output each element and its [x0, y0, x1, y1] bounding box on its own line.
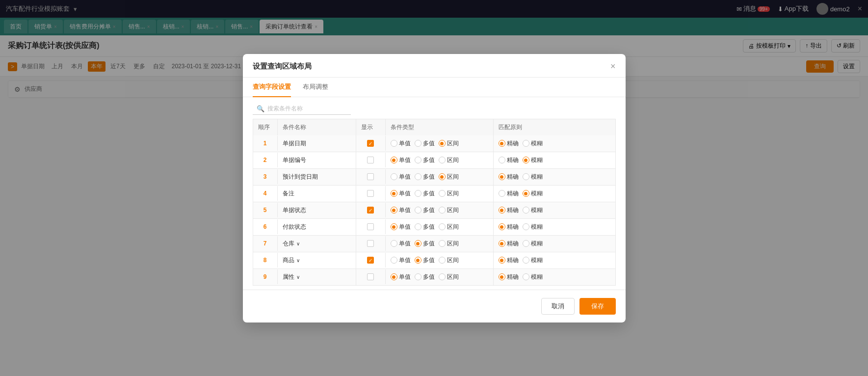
type-multi[interactable]: 多值	[415, 256, 435, 265]
row-display[interactable]	[356, 186, 386, 201]
display-checkbox[interactable]	[367, 273, 374, 280]
radio-icon	[439, 190, 446, 197]
match-fuzzy[interactable]: 模糊	[523, 223, 543, 231]
match-exact[interactable]: 精确	[499, 189, 519, 198]
type-range[interactable]: 区间	[439, 139, 459, 148]
radio-icon	[523, 223, 529, 230]
radio-icon	[415, 140, 421, 147]
type-single[interactable]: 单值	[391, 206, 411, 215]
row-name: 备注	[278, 186, 356, 202]
type-multi[interactable]: 多值	[415, 189, 435, 198]
type-single[interactable]: 单值	[391, 223, 411, 231]
row-display[interactable]	[356, 219, 386, 234]
type-range[interactable]: 区间	[439, 206, 459, 215]
match-exact[interactable]: 精确	[499, 173, 519, 181]
type-multi[interactable]: 多值	[415, 240, 435, 248]
display-checkbox[interactable]	[367, 257, 374, 264]
type-single[interactable]: 单值	[391, 189, 411, 198]
radio-icon	[391, 273, 397, 280]
radio-icon	[439, 157, 446, 163]
radio-icon	[415, 257, 421, 264]
type-multi[interactable]: 多值	[415, 206, 435, 215]
row-display[interactable]	[356, 253, 386, 268]
match-fuzzy[interactable]: 模糊	[523, 256, 543, 265]
type-multi[interactable]: 多值	[415, 156, 435, 164]
row-type: 单值 多值 区间	[386, 252, 494, 269]
type-range[interactable]: 区间	[439, 273, 459, 281]
match-exact[interactable]: 精确	[499, 223, 519, 231]
match-fuzzy[interactable]: 模糊	[523, 240, 543, 248]
row-name: 单据状态	[278, 202, 356, 218]
type-single[interactable]: 单值	[391, 256, 411, 265]
row-match: 精确 模糊	[494, 135, 592, 152]
type-single[interactable]: 单值	[391, 240, 411, 248]
match-exact[interactable]: 精确	[499, 156, 519, 164]
save-button[interactable]: 保存	[579, 298, 616, 315]
radio-icon	[523, 157, 529, 163]
row-name: 单据日期	[278, 135, 356, 152]
tab-fields[interactable]: 查询字段设置	[253, 78, 291, 97]
match-fuzzy[interactable]: 模糊	[523, 139, 543, 148]
condition-search-wrap[interactable]: 🔍	[253, 103, 351, 115]
radio-icon	[499, 140, 505, 147]
condition-search-input[interactable]	[267, 105, 341, 112]
display-checkbox[interactable]	[367, 157, 374, 163]
display-checkbox[interactable]	[367, 173, 374, 180]
display-checkbox[interactable]	[367, 140, 374, 147]
display-checkbox[interactable]	[367, 223, 374, 230]
row-index: 7	[253, 236, 278, 251]
radio-icon	[499, 173, 505, 180]
radio-icon	[439, 273, 446, 280]
header-match: 匹配原则	[494, 119, 592, 135]
match-exact[interactable]: 精确	[499, 240, 519, 248]
match-fuzzy[interactable]: 模糊	[523, 156, 543, 164]
tab-layout[interactable]: 布局调整	[303, 78, 328, 97]
display-checkbox[interactable]	[367, 190, 374, 197]
match-exact[interactable]: 精确	[499, 139, 519, 148]
type-range[interactable]: 区间	[439, 223, 459, 231]
dialog-close-button[interactable]: ×	[610, 62, 616, 71]
type-multi[interactable]: 多值	[415, 273, 435, 281]
radio-icon	[499, 223, 505, 230]
radio-icon	[523, 207, 529, 214]
header-type: 条件类型	[386, 119, 494, 135]
type-range[interactable]: 区间	[439, 173, 459, 181]
table-row: 6 付款状态 单值 多值 区间 精确 模糊	[253, 219, 616, 236]
row-name: 仓库 ∨	[278, 236, 356, 252]
type-single[interactable]: 单值	[391, 139, 411, 148]
header-index: 顺序	[253, 119, 278, 135]
type-multi[interactable]: 多值	[415, 139, 435, 148]
match-exact[interactable]: 精确	[499, 256, 519, 265]
row-display[interactable]	[356, 136, 386, 151]
type-single[interactable]: 单值	[391, 273, 411, 281]
type-single[interactable]: 单值	[391, 173, 411, 181]
dialog-table: 顺序 条件名称 显示 条件类型 匹配原则 1 单据日期 单值 多值 区间	[253, 119, 616, 286]
match-fuzzy[interactable]: 模糊	[523, 189, 543, 198]
match-exact[interactable]: 精确	[499, 206, 519, 215]
row-type: 单值 多值 区间	[386, 219, 494, 235]
type-multi[interactable]: 多值	[415, 173, 435, 181]
type-range[interactable]: 区间	[439, 240, 459, 248]
row-display[interactable]	[356, 269, 386, 284]
display-checkbox[interactable]	[367, 240, 374, 247]
display-checkbox[interactable]	[367, 207, 374, 214]
type-multi[interactable]: 多值	[415, 223, 435, 231]
cancel-button[interactable]: 取消	[541, 298, 575, 315]
type-range[interactable]: 区间	[439, 256, 459, 265]
type-range[interactable]: 区间	[439, 189, 459, 198]
row-display[interactable]	[356, 203, 386, 217]
row-display[interactable]	[356, 169, 386, 184]
match-fuzzy[interactable]: 模糊	[523, 173, 543, 181]
modal-overlay: 设置查询区域布局 × 查询字段设置 布局调整 🔍 顺序 条件名称 显示	[0, 0, 868, 376]
type-single[interactable]: 单值	[391, 156, 411, 164]
row-display[interactable]	[356, 153, 386, 167]
row-index: 9	[253, 269, 278, 284]
match-exact[interactable]: 精确	[499, 273, 519, 281]
match-fuzzy[interactable]: 模糊	[523, 206, 543, 215]
row-type: 单值 多值 区间	[386, 236, 494, 252]
row-match: 精确 模糊	[494, 236, 592, 252]
match-fuzzy[interactable]: 模糊	[523, 273, 543, 281]
table-row: 2 单据编号 单值 多值 区间 精确 模糊	[253, 152, 616, 169]
row-display[interactable]	[356, 236, 386, 251]
type-range[interactable]: 区间	[439, 156, 459, 164]
